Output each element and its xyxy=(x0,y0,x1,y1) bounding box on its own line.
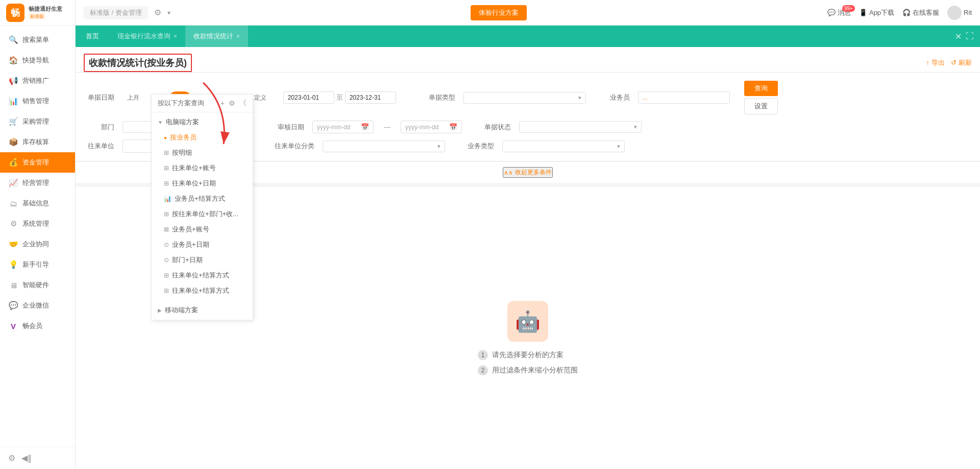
scheme-item-6[interactable]: ⊠ 业务员+账号 xyxy=(152,222,253,237)
gear-icon[interactable]: ⚙ xyxy=(154,8,161,17)
tab-expand-icon[interactable]: ⛶ xyxy=(966,32,974,41)
tab-bank-close[interactable]: × xyxy=(174,33,177,40)
date-to-input[interactable] xyxy=(345,91,396,104)
scheme-panel-actions: + ⚙ 《 xyxy=(220,99,247,108)
scheme-item-icon-1: ⊞ xyxy=(164,149,169,156)
dept-label: 部门 xyxy=(84,123,114,132)
online-service-action[interactable]: 🎧 在线客服 xyxy=(902,8,939,17)
edition-badge: 标准版 xyxy=(29,13,45,19)
scheme-item-5[interactable]: ⊞ 按往来单位+部门+收... xyxy=(152,206,253,222)
sidebar-item-shortcut[interactable]: 🏠 快捷导航 xyxy=(0,50,75,71)
date-separator: 至 xyxy=(336,93,343,102)
scheme-item-3[interactable]: ⊞ 往来单位+日期 xyxy=(152,176,253,191)
scheme-item-7[interactable]: ⊙ 业务员+日期 xyxy=(152,237,253,252)
scheme-item-10[interactable]: ⊞ 往来单位+结算方式 xyxy=(152,283,253,298)
sidebar-item-guide[interactable]: 💡 新手引导 xyxy=(0,254,75,275)
tab-receipt[interactable]: 收款情况统计 × xyxy=(185,26,248,47)
audit-date-from[interactable]: yyyy-mm-dd 📅 xyxy=(312,121,374,133)
scheme-item-8[interactable]: ⊙ 部门+日期 xyxy=(152,252,253,268)
setting-button[interactable]: 设置 xyxy=(744,98,778,114)
sidebar-item-basic[interactable]: 🗂 基础信息 xyxy=(0,193,75,214)
scheme-settings-btn[interactable]: ⚙ xyxy=(229,99,235,107)
guide-icon: 💡 xyxy=(8,260,18,270)
scheme-item-icon-10: ⊞ xyxy=(164,287,169,294)
doc-status-select[interactable]: ▾ xyxy=(519,121,642,133)
logo-icon: 畅 xyxy=(6,4,24,22)
export-icon: ↑ xyxy=(926,59,930,66)
tab-receipt-close[interactable]: × xyxy=(236,33,240,40)
scheme-item-icon-3: ⊞ xyxy=(164,180,169,187)
sidebar-item-hardware[interactable]: 🖥 智能硬件 xyxy=(0,275,75,295)
collapse-button[interactable]: ∧∧ 收起更多条件 xyxy=(503,167,553,178)
logo-text: 畅捷通好生意 标准版 xyxy=(29,5,62,20)
sidebar-item-enterprise[interactable]: 🤝 企业协同 xyxy=(0,234,75,254)
scheme-item-icon-9: ⊞ xyxy=(164,272,169,279)
search-icon: 🔍 xyxy=(8,35,18,45)
counterpart-type-chevron: ▾ xyxy=(437,143,440,150)
scheme-group-arrow: ▼ xyxy=(158,120,163,125)
scheme-group-mobile-arrow: ▶ xyxy=(158,308,162,313)
audit-date-to[interactable]: yyyy-mm-dd 📅 xyxy=(401,121,462,133)
sidebar-item-search[interactable]: 🔍 搜索菜单 xyxy=(0,30,75,50)
doc-type-select[interactable]: ▾ xyxy=(463,92,586,104)
message-action[interactable]: 💬 消息 99+ xyxy=(827,8,851,17)
counterpart-type-select[interactable]: ▾ xyxy=(323,140,445,152)
salesman-more: ... xyxy=(643,94,648,101)
scheme-item-icon-8: ⊙ xyxy=(164,256,169,264)
empty-step-1: 1 请先选择要分析的方案 xyxy=(478,350,578,360)
collapse-icon: ∧∧ xyxy=(504,169,513,176)
scheme-panel: 按以下方案查询 + ⚙ 《 ▼ 电脑端方案 ● 按业务员 xyxy=(151,94,253,320)
message-icon: 💬 xyxy=(827,9,836,16)
empty-step-2: 2 用过滤条件来缩小分析范围 xyxy=(478,365,578,376)
sidebar-item-business[interactable]: 📈 经营管理 xyxy=(0,173,75,193)
biz-type-select[interactable]: ▾ xyxy=(502,140,625,152)
scheme-group-desktop-header[interactable]: ▼ 电脑端方案 xyxy=(152,114,253,130)
scheme-item-0[interactable]: ● 按业务员 xyxy=(152,130,253,145)
collapse-sidebar-icon[interactable]: ◀‖ xyxy=(21,453,32,463)
scheme-item-4[interactable]: 📊 业务员+结算方式 xyxy=(152,191,253,206)
sales-icon: 📊 xyxy=(8,96,18,106)
tab-home[interactable]: 首页 xyxy=(76,26,109,47)
wechat-icon: 💬 xyxy=(8,300,18,311)
sidebar-item-finance[interactable]: 💰 资金管理 xyxy=(0,152,75,173)
settings-bottom-icon[interactable]: ⚙ xyxy=(8,453,15,463)
date-from-input[interactable] xyxy=(283,91,334,104)
scheme-collapse-btn[interactable]: 《 xyxy=(239,99,247,108)
hardware-icon: 🖥 xyxy=(8,280,18,290)
doc-type-label: 单据类型 xyxy=(425,93,455,102)
sidebar-item-member[interactable]: V 畅会员 xyxy=(0,316,75,336)
doc-status-label: 单据状态 xyxy=(480,123,511,132)
scheme-group-mobile-header[interactable]: ▶ 移动端方案 xyxy=(152,302,253,318)
sidebar-item-inventory[interactable]: 📦 库存核算 xyxy=(0,132,75,152)
scheme-item-1[interactable]: ⊞ 按明细 xyxy=(152,145,253,160)
sidebar-item-sales[interactable]: 📊 销售管理 xyxy=(0,91,75,111)
scheme-mobile-group: ▶ 移动端方案 xyxy=(152,300,253,320)
trial-button[interactable]: 体验行业方案 xyxy=(471,5,527,20)
tab-close-all-icon[interactable]: ✕ xyxy=(955,32,962,41)
app-download-action[interactable]: 📱 App下载 xyxy=(859,8,894,17)
doc-status-chevron: ▾ xyxy=(634,124,637,130)
export-button[interactable]: ↑ 导出 xyxy=(926,58,945,67)
username-label: Rit xyxy=(964,9,972,16)
date-range-inputs: 至 xyxy=(283,91,396,104)
page-actions: ↑ 导出 ↺ 刷新 xyxy=(926,58,972,67)
tab-bank[interactable]: 现金银行流水查询 × xyxy=(109,26,185,47)
scheme-item-2[interactable]: ⊞ 往来单位+账号 xyxy=(152,160,253,176)
query-button[interactable]: 查询 xyxy=(744,81,778,96)
calendar-icon-from: 📅 xyxy=(361,123,369,131)
scheme-item-9[interactable]: ⊞ 往来单位+结算方式 xyxy=(152,268,253,283)
sidebar-item-purchase[interactable]: 🛒 采购管理 xyxy=(0,111,75,132)
sidebar-item-wechat[interactable]: 💬 企业微信 xyxy=(0,295,75,316)
scheme-panel-title: 按以下方案查询 xyxy=(158,99,204,108)
page-title: 收款情况统计(按业务员) xyxy=(84,54,192,72)
date-tab-last-month[interactable]: 上月 xyxy=(122,91,144,104)
scheme-add-btn[interactable]: + xyxy=(220,99,225,107)
user-avatar-action[interactable]: Rit xyxy=(947,6,972,20)
refresh-button[interactable]: ↺ 刷新 xyxy=(951,58,972,67)
service-icon: 🎧 xyxy=(902,9,911,16)
avatar xyxy=(947,6,962,20)
salesman-select[interactable]: ... xyxy=(638,91,730,104)
sidebar-item-marketing[interactable]: 📢 营销推广 xyxy=(0,71,75,91)
sidebar-item-system[interactable]: ⚙ 系统管理 xyxy=(0,214,75,234)
scheme-item-icon-6: ⊠ xyxy=(164,226,169,233)
